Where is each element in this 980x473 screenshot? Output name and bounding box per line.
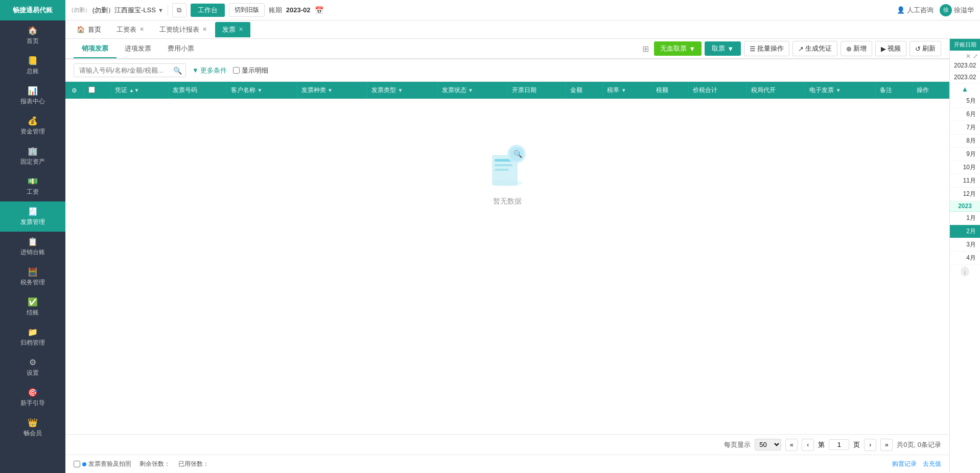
- workbench-button[interactable]: 工作台: [191, 4, 225, 17]
- buy-record-link[interactable]: 购置记录: [892, 460, 917, 468]
- switch-version-button[interactable]: 切到旧版: [229, 3, 265, 17]
- batch-op-button[interactable]: ☰ 批量操作: [744, 41, 789, 56]
- date-item-6[interactable]: 6月: [950, 108, 980, 121]
- date-item-9[interactable]: 9月: [950, 148, 980, 161]
- company-dropdown-icon: ▼: [158, 7, 164, 13]
- sidebar-item-invoice[interactable]: 🧾 发票管理: [0, 201, 65, 232]
- col-invoice-no[interactable]: 发票号码: [168, 82, 226, 99]
- col-action[interactable]: 操作: [912, 82, 949, 99]
- date-item-11[interactable]: 11月: [950, 174, 980, 188]
- date-item-5[interactable]: 5月: [950, 95, 980, 108]
- batch-icon: ☰: [750, 45, 756, 53]
- date-item-8[interactable]: 8月: [950, 134, 980, 148]
- search-input[interactable]: [74, 63, 186, 77]
- next-page-button[interactable]: ›: [864, 439, 876, 451]
- show-detail-input[interactable]: [233, 67, 240, 74]
- period-calendar-icon[interactable]: 📅: [315, 6, 323, 14]
- user-menu[interactable]: 徐 徐溢华: [940, 4, 974, 16]
- col-amount[interactable]: 金额: [566, 82, 603, 99]
- sidebar-item-funds[interactable]: 💰 资金管理: [0, 111, 65, 141]
- grid-icon[interactable]: ⊞: [640, 44, 651, 54]
- col-tax[interactable]: 税额: [651, 82, 688, 99]
- open-period-button[interactable]: 开账日期: [950, 39, 980, 51]
- invoice-check-checkbox[interactable]: [74, 461, 80, 467]
- date-item-2023-4[interactable]: 4月: [950, 252, 980, 265]
- gen-voucher-button[interactable]: ↗ 生成凭证: [792, 41, 837, 56]
- col-invoice-subtype[interactable]: 发票类型 ▼: [367, 82, 438, 99]
- tab-home[interactable]: 🏠 首页: [69, 22, 108, 37]
- svg-text:🔍: 🔍: [514, 150, 523, 159]
- col-invoice-type[interactable]: 发票种类 ▼: [297, 82, 367, 99]
- no-tax-button[interactable]: 无血取票 ▼: [654, 41, 702, 56]
- col-setting[interactable]: ⚙: [65, 82, 84, 99]
- sidebar: 畅捷通易代账 🏠 首页 📒 总账 📊 报表中心 💰 资金管理 🏢 固定资产 💵 …: [0, 0, 65, 473]
- subtab-expense-receipt[interactable]: 费用小票: [159, 40, 202, 58]
- pagination: 每页显示 50 10 20 100 « ‹ 第 页 › » 共0页, 0条记录: [65, 434, 949, 455]
- last-page-button[interactable]: »: [880, 439, 893, 451]
- date-item-2023-3[interactable]: 3月: [950, 238, 980, 252]
- date-item-12[interactable]: 12月: [950, 188, 980, 201]
- col-tax-bureau[interactable]: 税局代开: [747, 82, 805, 99]
- date-item-7[interactable]: 7月: [950, 121, 980, 134]
- col-invoice-status[interactable]: 发票状态 ▼: [437, 82, 508, 99]
- date-item-2023-02-second[interactable]: 2023.02: [950, 72, 980, 83]
- col-tax-rate[interactable]: 税率 ▼: [603, 82, 651, 99]
- copy-icon[interactable]: ⧉: [172, 3, 186, 17]
- panel-expand-icon[interactable]: ⤢: [973, 53, 978, 60]
- col-e-invoice[interactable]: 电子发票 ▼: [805, 82, 876, 99]
- recharge-link[interactable]: 去充值: [923, 460, 941, 468]
- col-date[interactable]: 开票日期: [508, 82, 566, 99]
- tab-salary-close-icon[interactable]: ✕: [139, 26, 144, 33]
- date-item-10[interactable]: 10月: [950, 161, 980, 174]
- panel-close-icon[interactable]: ✕: [966, 53, 971, 60]
- video-button[interactable]: ▶ 视频: [875, 41, 906, 56]
- sidebar-item-tax[interactable]: 🧮 税务管理: [0, 262, 65, 292]
- date-item-2023-1[interactable]: 1月: [950, 212, 980, 225]
- take-ticket-button[interactable]: 取票 ▼: [705, 41, 741, 56]
- sidebar-item-membership[interactable]: 👑 畅会员: [0, 413, 65, 443]
- per-page-select[interactable]: 50 10 20 100: [755, 439, 781, 451]
- sidebar-item-settings[interactable]: ⚙ 设置: [0, 352, 65, 382]
- topbar-divider-1: [168, 5, 168, 15]
- show-detail-checkbox[interactable]: 显示明细: [233, 66, 268, 75]
- select-all-checkbox[interactable]: [88, 86, 95, 93]
- tab-salary[interactable]: 工资表 ✕: [109, 22, 151, 37]
- sidebar-item-ledger[interactable]: 📒 总账: [0, 51, 65, 81]
- sidebar-item-archive[interactable]: 📁 归档管理: [0, 322, 65, 352]
- tab-salary-stats[interactable]: 工资统计报表 ✕: [152, 22, 214, 37]
- new-button[interactable]: ⊕ 新增: [841, 41, 872, 56]
- col-customer[interactable]: 客户名称 ▼: [227, 82, 297, 99]
- sidebar-item-salary[interactable]: 💵 工资: [0, 171, 65, 201]
- scroll-up-icon[interactable]: ▲: [950, 83, 980, 95]
- sidebar-item-close[interactable]: ✅ 结账: [0, 292, 65, 322]
- tab-salary-stats-close-icon[interactable]: ✕: [202, 26, 207, 33]
- date-item-2023-02-first[interactable]: 2023.02: [950, 60, 980, 72]
- support-button[interactable]: 👤 人工咨询: [897, 6, 934, 15]
- col-checkbox[interactable]: [84, 82, 111, 99]
- avatar: 徐: [940, 4, 952, 16]
- col-total[interactable]: 价税合计: [688, 82, 746, 99]
- company-selector[interactable]: (勿删） (勿删）江西服宝-LSS ▼: [72, 6, 164, 15]
- first-page-button[interactable]: «: [785, 439, 798, 451]
- support-icon: 👤: [897, 6, 905, 14]
- sidebar-item-sales[interactable]: 📋 进销台账: [0, 232, 65, 262]
- sidebar-item-assets[interactable]: 🏢 固定资产: [0, 141, 65, 171]
- more-filter-button[interactable]: ▼ 更多条件: [192, 66, 227, 75]
- subtab-purchase-invoice[interactable]: 进项发票: [116, 40, 159, 58]
- tab-invoice[interactable]: 发票 ✕: [215, 22, 250, 37]
- table-wrap: ⚙ 凭证 ▲▼ 发票号码 客户名称 ▼ 发票种类 ▼ 发票类型 ▼ 发票状态 ▼…: [65, 82, 949, 434]
- tab-invoice-close-icon[interactable]: ✕: [239, 26, 243, 33]
- scroll-down-icon[interactable]: ↓: [950, 265, 980, 278]
- subtab-sales-invoice[interactable]: 销项发票: [74, 40, 116, 58]
- page-input[interactable]: [829, 439, 849, 450]
- date-item-2023-2[interactable]: 2月: [950, 225, 980, 238]
- col-remark[interactable]: 备注: [875, 82, 912, 99]
- sidebar-item-home[interactable]: 🏠 首页: [0, 20, 65, 51]
- sidebar-item-reports[interactable]: 📊 报表中心: [0, 81, 65, 111]
- new-icon: ⊕: [846, 45, 852, 53]
- sidebar-item-guide[interactable]: 🎯 新手引导: [0, 382, 65, 413]
- refresh-button[interactable]: ↺ 刷新: [909, 41, 941, 56]
- search-icon[interactable]: 🔍: [173, 66, 182, 75]
- col-voucher[interactable]: 凭证 ▲▼: [111, 82, 169, 99]
- prev-page-button[interactable]: ‹: [802, 439, 814, 451]
